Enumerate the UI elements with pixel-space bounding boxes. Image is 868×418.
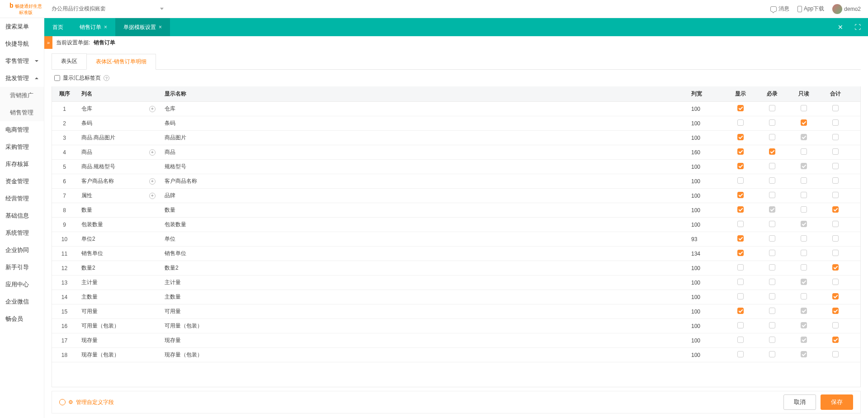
checkbox[interactable] [832,105,839,111]
checkbox[interactable] [832,337,839,343]
checkbox[interactable] [801,264,807,271]
checkbox[interactable] [832,134,839,140]
cell-width[interactable]: 100 [687,218,725,232]
cell-dispname[interactable]: 数量 [160,203,687,218]
checkbox[interactable] [832,235,839,242]
checkbox[interactable] [737,250,744,256]
checkbox[interactable] [832,192,839,198]
cell-width[interactable]: 100 [687,160,725,174]
cell-dispname[interactable]: 主数量 [160,290,687,304]
checkbox[interactable] [801,221,807,227]
checkbox[interactable] [737,264,744,271]
cell-dispname[interactable]: 可用量（包装） [160,319,687,333]
checkbox[interactable] [737,192,744,198]
checkbox[interactable] [801,337,807,343]
cell-width[interactable]: 100 [687,290,725,304]
tab[interactable]: 销售订单× [71,18,115,36]
checkbox[interactable] [769,105,775,111]
checkbox[interactable] [769,337,775,343]
sidebar-item[interactable]: 资金管理 [0,173,44,190]
checkbox[interactable] [769,279,775,285]
sidebar-item[interactable]: 快捷导航 [0,35,44,52]
checkbox[interactable] [832,206,839,213]
cell-width[interactable]: 100 [687,261,725,276]
expand-icon[interactable]: + [149,178,156,185]
manage-custom-fields-link[interactable]: ⚙ 管理自定义字段 [59,399,114,406]
fullscreen-button[interactable]: ⛶ [851,20,864,34]
cell-width[interactable]: 100 [687,276,725,290]
checkbox[interactable] [737,105,744,111]
checkbox[interactable] [801,134,807,140]
checkbox[interactable] [769,322,775,328]
checkbox[interactable] [801,163,807,169]
checkbox[interactable] [769,308,775,314]
checkbox[interactable] [737,134,744,140]
checkbox[interactable] [801,148,807,155]
collapse-toggle[interactable]: » [44,36,52,49]
account-selector[interactable]: 办公用品行业模拟账套 [52,5,164,13]
checkbox[interactable] [737,351,744,357]
sidebar-item[interactable]: 搜索菜单 [0,18,44,35]
tab[interactable]: 首页 [44,18,71,36]
cell-width[interactable]: 100 [687,174,725,189]
checkbox[interactable] [769,177,775,184]
checkbox[interactable] [801,279,807,285]
cell-width[interactable]: 100 [687,348,725,362]
checkbox[interactable] [832,221,839,227]
cell-width[interactable]: 100 [687,319,725,333]
cancel-button[interactable]: 取消 [783,394,816,410]
checkbox[interactable] [769,119,775,126]
checkbox[interactable] [832,250,839,256]
checkbox[interactable] [737,221,744,227]
checkbox[interactable] [769,235,775,242]
cell-dispname[interactable]: 可用量 [160,304,687,319]
cell-dispname[interactable]: 品牌 [160,189,687,203]
checkbox[interactable] [832,177,839,184]
help-icon[interactable]: ? [104,75,109,81]
checkbox[interactable] [769,192,775,198]
sidebar-item[interactable]: 电商管理 [0,121,44,138]
sidebar-item[interactable]: 销售管理 [0,104,44,121]
cell-width[interactable]: 100 [687,189,725,203]
checkbox[interactable] [801,322,807,328]
sidebar-item[interactable]: 库存核算 [0,156,44,173]
expand-icon[interactable]: + [149,149,156,156]
checkbox[interactable] [769,250,775,256]
tab[interactable]: 单据模板设置× [115,18,170,36]
checkbox[interactable] [737,235,744,242]
cell-width[interactable]: 100 [687,116,725,131]
cell-dispname[interactable]: 条码 [160,116,687,131]
checkbox[interactable] [832,351,839,357]
checkbox[interactable] [737,322,744,328]
sidebar-item[interactable]: 新手引导 [0,259,44,276]
tab-close-icon[interactable]: × [104,18,107,36]
checkbox[interactable] [801,235,807,242]
checkbox[interactable] [737,279,744,285]
close-all-button[interactable]: ✕ [834,20,847,34]
cell-dispname[interactable]: 包装数量 [160,218,687,232]
cell-dispname[interactable]: 现存量 [160,333,687,348]
checkbox[interactable] [737,293,744,299]
checkbox[interactable] [801,105,807,111]
cell-width[interactable]: 93 [687,232,725,247]
table-wrap[interactable]: 顺序 列名 显示名称 列宽 显示 必录 只读 合计 1仓库+仓库1002条码 [52,86,861,387]
checkbox[interactable] [769,206,775,213]
inner-tab[interactable]: 表头区 [52,53,87,69]
cell-dispname[interactable]: 商品图片 [160,131,687,145]
cell-width[interactable]: 160 [687,145,725,160]
checkbox[interactable] [769,221,775,227]
checkbox[interactable] [832,322,839,328]
tab-close-icon[interactable]: × [159,18,162,36]
cell-dispname[interactable]: 主计量 [160,276,687,290]
inner-tab[interactable]: 表体区-销售订单明细 [86,54,156,70]
sidebar-item[interactable]: 应用中心 [0,276,44,293]
messages-link[interactable]: 消息 [770,5,789,13]
cell-dispname[interactable]: 仓库 [160,102,687,116]
checkbox[interactable] [801,308,807,314]
cell-width[interactable]: 134 [687,247,725,261]
user-menu[interactable]: demo2 [832,4,861,14]
expand-icon[interactable]: + [149,193,156,199]
checkbox[interactable] [737,337,744,343]
cell-dispname[interactable]: 客户商品名称 [160,174,687,189]
sidebar-item[interactable]: 零售管理 [0,52,44,70]
